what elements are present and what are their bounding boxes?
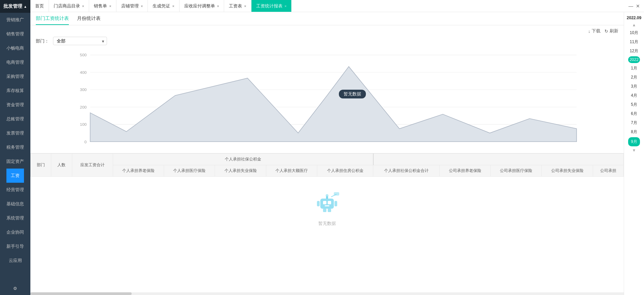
sidebar-item-营销推广[interactable]: 营销推广	[6, 13, 24, 27]
tab-label: 工资表	[229, 3, 242, 9]
tab-close-icon[interactable]: ×	[244, 4, 246, 8]
tab-工资表[interactable]: 工资表×	[224, 0, 251, 12]
minimize-icon[interactable]: —	[628, 3, 633, 9]
sub-tab-department[interactable]: 部门工资统计表	[36, 16, 69, 25]
download-button[interactable]: ↓ 下载	[588, 28, 601, 34]
date-item-4月[interactable]: 4月	[626, 91, 642, 100]
toolbar: ↓ 下载 ↻ 刷新	[30, 25, 624, 37]
date-nav-up[interactable]: ▲	[629, 22, 639, 28]
date-item-9月[interactable]: 9月	[628, 137, 640, 146]
table-empty-row: 暂无数据	[31, 177, 624, 240]
sidebar-footer-gear[interactable]: ⚙	[0, 282, 30, 295]
date-item-5月[interactable]: 5月	[626, 100, 642, 109]
svg-text:0: 0	[84, 140, 87, 144]
sidebar-items: 营销推广销售管理小畅电商电商管理采购管理库存核算资金管理总账管理发票管理税务管理…	[6, 13, 24, 268]
date-item-8月[interactable]: 8月	[626, 127, 642, 137]
tab-应收应付调整单[interactable]: 应收应付调整单×	[180, 0, 224, 12]
svg-rect-22	[328, 209, 331, 212]
sub-tab-bar: 部门工资统计表 月份统计表	[30, 12, 624, 25]
chart-area: 500 400 300 200 100 0	[30, 49, 624, 150]
tab-销售单[interactable]: 销售单×	[89, 0, 116, 12]
svg-rect-15	[328, 201, 331, 204]
date-item-3月[interactable]: 3月	[626, 82, 642, 91]
department-select-wrap[interactable]: 全部	[53, 37, 107, 45]
col-sub-公司承担: 公司承担	[593, 165, 623, 177]
sidebar-header[interactable]: 批发管理 ▲	[0, 0, 30, 13]
date-item-1月[interactable]: 1月	[626, 64, 642, 73]
svg-text:200: 200	[80, 105, 87, 109]
tab-首页[interactable]: 首页	[30, 0, 49, 12]
tab-bar: 首页门店商品目录×销售单×店铺管理×生成凭证×应收应付调整单×工资表×工资统计报…	[30, 0, 644, 12]
date-item-12月[interactable]: 12月	[626, 47, 642, 56]
scrollbar-thumb[interactable]	[30, 292, 132, 295]
sidebar: 批发管理 ▲ 营销推广销售管理小畅电商电商管理采购管理库存核算资金管理总账管理发…	[0, 0, 30, 295]
sidebar-item-发票管理[interactable]: 发票管理	[6, 126, 24, 140]
sidebar-item-采购管理[interactable]: 采购管理	[6, 69, 24, 84]
svg-rect-20	[334, 201, 337, 206]
date-item-6月[interactable]: 6月	[626, 109, 642, 118]
tab-label: 应收应付调整单	[184, 3, 215, 9]
tab-close-icon[interactable]: ×	[285, 4, 287, 8]
svg-text:400: 400	[80, 70, 87, 75]
sidebar-item-新手引导[interactable]: 新手引导	[6, 239, 24, 254]
svg-rect-16	[325, 205, 329, 206]
tab-店铺管理[interactable]: 店铺管理×	[116, 0, 148, 12]
window-close-area[interactable]: — ✕	[624, 3, 644, 9]
tab-items: 首页门店商品目录×销售单×店铺管理×生成凭证×应收应付调整单×工资表×工资统计报…	[30, 0, 292, 12]
svg-point-18	[326, 194, 328, 197]
table-sub-headers: 个人承担养老保险个人承担医疗保险个人承担失业保险个人承担大额医疗个人承担住房公积…	[31, 165, 624, 177]
tab-label: 生成凭证	[153, 3, 170, 9]
sidebar-item-云应用[interactable]: 云应用	[6, 254, 24, 268]
stats-table: 部门 人数 应发工资合计 个人承担社保公积金 个人承担养老保险个人承担医疗保险个…	[30, 153, 624, 240]
sidebar-item-税务管理[interactable]: 税务管理	[6, 140, 24, 154]
tab-close-icon[interactable]: ×	[172, 4, 174, 8]
sidebar-item-固定资产[interactable]: 固定资产	[6, 154, 24, 169]
horizontal-scrollbar[interactable]	[30, 292, 624, 295]
sidebar-item-经营管理[interactable]: 经营管理	[6, 183, 24, 197]
sidebar-item-资金管理[interactable]: 资金管理	[6, 98, 24, 112]
sub-tab-month[interactable]: 月份统计表	[77, 16, 101, 25]
tab-生成凭证[interactable]: 生成凭证×	[148, 0, 179, 12]
sidebar-item-电商管理[interactable]: 电商管理	[6, 55, 24, 69]
sidebar-item-企业协同[interactable]: 企业协同	[6, 225, 24, 239]
table-wrap: 部门 人数 应发工资合计 个人承担社保公积金 个人承担养老保险个人承担医疗保险个…	[30, 153, 624, 292]
sidebar-item-工资[interactable]: 工资	[6, 169, 24, 183]
col-sub-公司承担医疗保险: 公司承担医疗保险	[491, 165, 542, 177]
refresh-button[interactable]: ↻ 刷新	[605, 28, 618, 34]
sidebar-item-总账管理[interactable]: 总账管理	[6, 112, 24, 126]
date-nav-down[interactable]: ▼	[629, 147, 639, 154]
tab-close-icon[interactable]: ×	[141, 4, 143, 8]
tab-工资统计报表[interactable]: 工资统计报表×	[251, 0, 292, 12]
tab-close-icon[interactable]: ×	[217, 4, 219, 8]
sidebar-item-库存核算[interactable]: 库存核算	[6, 84, 24, 98]
refresh-icon: ↻	[605, 29, 608, 34]
sidebar-expand-icon[interactable]: ▲	[24, 5, 27, 8]
sidebar-item-销售管理[interactable]: 销售管理	[6, 27, 24, 41]
col-sub-个人承担养老保险: 个人承担养老保险	[113, 165, 164, 177]
date-item-7月[interactable]: 7月	[626, 118, 642, 127]
tab-close-icon[interactable]: ×	[82, 4, 84, 8]
sidebar-item-系统管理[interactable]: 系统管理	[6, 211, 24, 225]
department-select[interactable]: 全部	[53, 37, 107, 45]
refresh-label: 刷新	[610, 28, 618, 34]
tab-close-icon[interactable]: ×	[109, 4, 111, 8]
sidebar-item-小畅电商[interactable]: 小畅电商	[6, 41, 24, 55]
date-panel: 2022.09 ▲ 10月11月12月20221月2月3月4月5月6月7月8月9…	[624, 12, 644, 295]
col-sub-个人承担失业保险: 个人承担失业保险	[215, 165, 266, 177]
col-sub-个人承担社保公积金合计: 个人承担社保公积金合计	[373, 165, 439, 177]
tab-label: 工资统计报表	[256, 3, 283, 9]
filter-row: 部门： 全部	[30, 37, 624, 49]
col-sub-公司承担养老保险: 公司承担养老保险	[439, 165, 490, 177]
date-panel-title: 2022.09	[627, 13, 641, 22]
sidebar-item-基础信息[interactable]: 基础信息	[6, 197, 24, 211]
tab-门店商品目录[interactable]: 门店商品目录×	[49, 0, 89, 12]
date-item-11月[interactable]: 11月	[626, 37, 642, 47]
date-item-10月[interactable]: 10月	[626, 28, 642, 37]
close-icon[interactable]: ✕	[636, 3, 640, 9]
download-label: 下载	[592, 28, 600, 34]
date-item-2月[interactable]: 2月	[626, 73, 642, 82]
col-count: 人数	[51, 154, 72, 177]
svg-rect-21	[323, 209, 326, 212]
svg-rect-19	[317, 201, 320, 206]
date-item-2022[interactable]: 2022	[628, 56, 640, 63]
